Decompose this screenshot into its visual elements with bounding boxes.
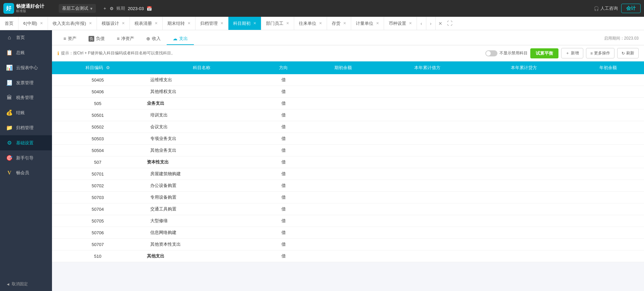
table-row[interactable]: 50703 专用设备购置 借	[52, 192, 644, 203]
sidebar-item-archive[interactable]: 📁 归档管理	[0, 120, 52, 135]
tab-unit[interactable]: 计量单位 ✕	[351, 17, 384, 30]
cell-opening-balance	[307, 239, 379, 250]
service-label: 人工咨询	[600, 5, 618, 11]
sub-tab-net-assets[interactable]: ≡ 净资产	[111, 33, 140, 45]
header-right: 🎧 人工咨询 会计	[594, 4, 641, 13]
tab-expand-btn[interactable]: ⛶	[445, 17, 454, 30]
tab-close-subject-init[interactable]: ✕	[253, 21, 256, 26]
tab-tax[interactable]: 税表清册 ✕	[130, 17, 163, 30]
sidebar-item-member[interactable]: V 畅会员	[0, 165, 52, 180]
table-row[interactable]: 50706 信息网络购建 借	[52, 227, 644, 239]
cell-year-begin-balance	[572, 180, 644, 192]
cell-code: 50701	[52, 168, 144, 180]
add-tab-btn[interactable]: ＋	[103, 5, 107, 11]
tab-close-period-end[interactable]: ✕	[187, 21, 191, 26]
cell-year-begin-balance	[572, 121, 644, 133]
balance-btn[interactable]: 试算平衡	[530, 48, 558, 58]
settings-btn[interactable]: ⚙	[110, 6, 114, 11]
tab-mid[interactable]: ¢(中期) ✕	[18, 17, 48, 30]
table-row[interactable]: 50702 办公设备购置 借	[52, 180, 644, 192]
toggle-disabled-subjects[interactable]	[485, 50, 497, 56]
tab-archive[interactable]: 归档管理 ✕	[196, 17, 228, 30]
tab-prev-btn[interactable]: ‹	[417, 17, 426, 30]
sidebar-item-guide[interactable]: 🎯 新手引导	[0, 150, 52, 165]
sidebar-item-ledger[interactable]: 📋 总账	[0, 45, 52, 60]
table-row[interactable]: 50504 其他业务支出 借	[52, 145, 644, 156]
tab-next-btn[interactable]: ›	[426, 17, 436, 30]
sidebar-label-invoice: 发票管理	[16, 80, 34, 86]
tab-dept[interactable]: 部门员工 ✕	[261, 17, 294, 30]
sidebar-item-settlement[interactable]: 💰 结账	[0, 105, 52, 120]
tab-close-tax[interactable]: ✕	[155, 21, 158, 26]
logo-area: 好 畅捷通好会计 标准版	[3, 3, 55, 14]
sidebar-item-settings[interactable]: ⚙ 基础设置	[0, 135, 52, 150]
company-selector[interactable]: 基层工会测试 ▾	[59, 4, 96, 13]
sub-tab-assets-label: 资产	[68, 36, 76, 42]
tab-close-all-btn[interactable]: ✕	[436, 17, 445, 30]
cell-name: 交通工具购置	[144, 203, 260, 215]
sub-tab-assets[interactable]: ≡ 资产	[57, 33, 83, 45]
collapse-btn[interactable]: ◄ 取消固定	[6, 281, 46, 287]
tab-close-dept[interactable]: ✕	[286, 21, 289, 26]
tab-close-mid[interactable]: ✕	[40, 21, 43, 26]
tab-template[interactable]: 模版设计 ✕	[97, 17, 130, 30]
gear-icon[interactable]: ⚙	[106, 65, 110, 70]
refresh-btn[interactable]: ↻ 刷新	[617, 48, 639, 58]
cell-direction: 借	[260, 98, 307, 109]
cell-opening-balance	[307, 180, 379, 192]
add-btn[interactable]: ＋ 新增	[561, 48, 583, 58]
table-row[interactable]: 50707 其他资本性支出 借	[52, 239, 644, 250]
tab-inventory[interactable]: 存货 ✕	[327, 17, 351, 30]
cell-opening-balance	[307, 227, 379, 239]
col-code: 科目编码 ⚙	[52, 61, 144, 74]
sidebar-label-settings: 基础设置	[16, 140, 34, 146]
account-btn[interactable]: 会计	[621, 4, 641, 13]
tab-annual[interactable]: 收入支出表(年报) ✕	[48, 17, 97, 30]
tab-period-end[interactable]: 期末结转 ✕	[163, 17, 196, 30]
sub-tab-income-label: 收入	[152, 36, 161, 42]
tab-close-annual[interactable]: ✕	[89, 21, 92, 26]
sidebar-item-home[interactable]: ⌂ 首页	[0, 30, 52, 45]
action-btns: 试算平衡 ＋ 新增 ≡ 更多操作 ↻ 刷新	[530, 48, 639, 58]
content-area: ≡ 资产 负 负债 ≡ 净资产 ⊕ 收入 ☁ 支出 启用期间：2023.03	[52, 30, 644, 291]
sub-tab-expense[interactable]: ☁ 支出	[167, 33, 194, 45]
table-row[interactable]: 50705 大型修缮 借	[52, 215, 644, 227]
sidebar-item-tax[interactable]: 🏛 税务管理	[0, 90, 52, 105]
tab-clients[interactable]: 往来单位 ✕	[294, 17, 327, 30]
cell-year-begin-balance	[572, 145, 644, 156]
table-row[interactable]: 50406 其他维权支出 借	[52, 86, 644, 98]
sub-tab-liabilities[interactable]: 负 负债	[83, 33, 111, 45]
calendar-icon[interactable]: 📅	[147, 6, 152, 11]
table-row[interactable]: 507 资本性支出 借	[52, 156, 644, 168]
cell-opening-balance	[307, 156, 379, 168]
tab-close-template[interactable]: ✕	[122, 21, 125, 26]
tab-currency[interactable]: 币种设置 ✕	[384, 17, 417, 30]
tab-close-inventory[interactable]: ✕	[343, 21, 346, 26]
collapse-label: 取消固定	[12, 281, 28, 287]
toolbar: ℹ 提示：按Ctrl + F键并输入科目编码或者科目名称可以查找科目。 不显示禁…	[52, 45, 644, 61]
more-icon: ≡	[590, 51, 593, 56]
table-row[interactable]: 50503 专项业务支出 借	[52, 133, 644, 145]
service-btn[interactable]: 🎧 人工咨询	[594, 5, 618, 11]
tab-close-unit[interactable]: ✕	[376, 21, 379, 26]
table-row[interactable]: 50701 房屋建筑物购建 借	[52, 168, 644, 180]
table-row[interactable]: 50501 培训支出 借	[52, 109, 644, 121]
sub-tab-income[interactable]: ⊕ 收入	[140, 33, 167, 45]
table-row[interactable]: 50502 会议支出 借	[52, 121, 644, 133]
more-btn[interactable]: ≡ 更多操作	[586, 48, 614, 58]
table-row[interactable]: 510 其他支出 借	[52, 250, 644, 262]
tab-subject-init[interactable]: 科目期初 ✕	[228, 17, 261, 30]
sidebar-item-reports[interactable]: 📊 云报表中心	[0, 60, 52, 75]
table-row[interactable]: 50704 交通工具购置 借	[52, 203, 644, 215]
tab-close-archive[interactable]: ✕	[220, 21, 223, 26]
cell-ytd-debit	[379, 145, 476, 156]
table-row[interactable]: 50405 运维维支出 借	[52, 74, 644, 86]
cell-name: 其他业务支出	[144, 145, 260, 156]
invoice-icon: 🧾	[6, 80, 13, 86]
cell-ytd-credit	[476, 239, 572, 250]
tab-close-currency[interactable]: ✕	[409, 21, 412, 26]
sidebar-item-invoice[interactable]: 🧾 发票管理	[0, 75, 52, 90]
tab-close-clients[interactable]: ✕	[319, 21, 322, 26]
tab-home[interactable]: 首页	[0, 17, 18, 30]
table-row[interactable]: 505 业务支出 借	[52, 98, 644, 109]
